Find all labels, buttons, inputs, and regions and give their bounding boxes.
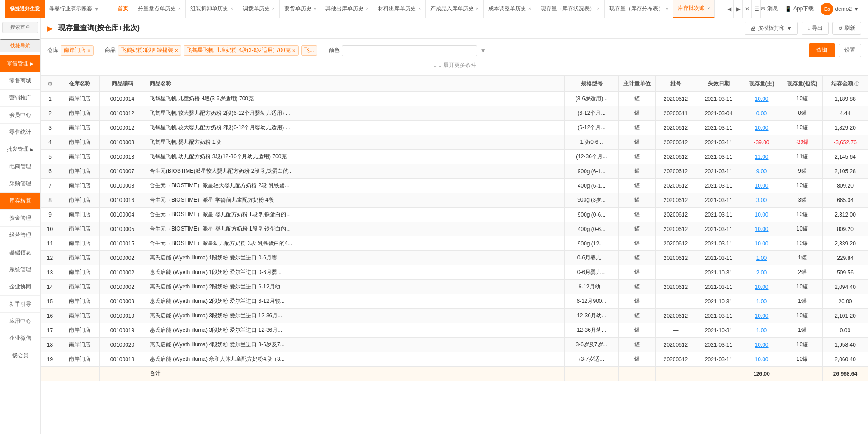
cell-stock-main[interactable]: 1.00	[741, 251, 782, 265]
goods-tag-more[interactable]: 飞...	[301, 45, 317, 56]
cell-amount: 0.00	[823, 323, 868, 338]
sidebar-item-finance[interactable]: 资金管理	[0, 210, 40, 227]
cell-stock-main[interactable]: 10.00	[741, 222, 782, 236]
sidebar-item-member[interactable]: 会员中心	[0, 107, 40, 124]
cell-amount: 1,829.20	[823, 121, 868, 135]
sidebar-item-retail[interactable]: 零售管理 ▶	[0, 55, 40, 72]
tab-dismantle-close[interactable]: ×	[231, 6, 233, 11]
cell-stock-main[interactable]: 11.00	[741, 150, 782, 164]
table-row: 9 南岸门店 00100004 合生元（BIOSTIME）派星 婴儿配方奶粉 1…	[41, 208, 868, 222]
sidebar-item-enterprise[interactable]: 企业协同	[0, 278, 40, 296]
cell-stock-pkg: 10罐	[782, 338, 823, 352]
export-btn[interactable]: ↓ 导出	[802, 22, 829, 35]
sidebar-item-system[interactable]: 系统管理	[0, 261, 40, 278]
template-print-btn[interactable]: 🖨 按模板打印 ▼	[745, 22, 798, 35]
cell-unit: 罐	[619, 222, 656, 236]
cell-stock-main[interactable]: 10.00	[741, 208, 782, 222]
tab-other-out[interactable]: 其他出库单历史 ×	[321, 0, 373, 18]
cell-stock-main[interactable]: 10.00	[741, 352, 782, 367]
tab-stock-status-close[interactable]: ×	[597, 6, 600, 11]
sidebar-item-purchase[interactable]: 采购管理	[0, 175, 40, 193]
search-menu-btn[interactable]: 搜索菜单	[2, 22, 38, 33]
sidebar-item-wholesale[interactable]: 批发管理 ▶	[0, 141, 40, 158]
sidebar-item-basic-label: 基础信息	[9, 249, 31, 255]
tab-split-close[interactable]: ×	[178, 6, 181, 11]
expand-filter-btn[interactable]: ▶	[47, 25, 52, 32]
tab-transfer-close[interactable]: ×	[272, 6, 275, 11]
tab-other-out-close[interactable]: ×	[366, 6, 368, 11]
cell-stock-main[interactable]: 10.00	[741, 280, 782, 294]
cell-stock-pkg: -39罐	[782, 135, 823, 150]
sidebar-item-inventory[interactable]: 库存核算	[0, 193, 40, 210]
cell-stock-main[interactable]: 10.00	[741, 309, 782, 323]
cell-stock-main[interactable]: 10.00	[741, 179, 782, 193]
tab-stock-dist-close[interactable]: ×	[666, 6, 669, 11]
tab-product-in[interactable]: 产成品入库单历史 ×	[426, 0, 484, 18]
sidebar-item-member2[interactable]: 畅会员	[0, 347, 40, 364]
goods-tag-2-remove[interactable]: ×	[292, 47, 296, 54]
tab-prev-btn[interactable]: ◀	[725, 0, 734, 18]
tab-cost-adjust-close[interactable]: ×	[528, 6, 531, 11]
sidebar-item-guide[interactable]: 新手引导	[0, 296, 40, 313]
tab-material-out[interactable]: 材料出库单历史 ×	[373, 0, 426, 18]
cell-stock-main[interactable]: 0.00	[741, 106, 782, 121]
sidebar-item-apps[interactable]: 应用中心	[0, 313, 40, 330]
shortcut-nav-btn[interactable]: 快捷导航	[0, 39, 40, 52]
sidebar-item-enterprise-wx[interactable]: 企业微信	[0, 330, 40, 347]
tab-stock-dist[interactable]: 现存量（库存分布表） ×	[605, 0, 674, 18]
cell-stock-main[interactable]: 10.00	[741, 121, 782, 135]
cell-serial: 3	[41, 121, 59, 135]
expand-more-btn[interactable]: ⌄⌄ 展开更多条件	[47, 60, 861, 71]
tab-borrow[interactable]: 要货单历史 ×	[280, 0, 321, 18]
cell-amount: 2,145.64	[823, 150, 868, 164]
cell-stock-main[interactable]: 10.00	[741, 92, 782, 106]
sidebar-item-basic[interactable]: 基础信息	[0, 244, 40, 261]
summary-empty-7	[696, 367, 741, 381]
tab-dismantle[interactable]: 组装拆卸单历史 ×	[186, 0, 238, 18]
user-menu[interactable]: Ea demo2 ▼	[821, 3, 859, 15]
cell-stock-main[interactable]: 2.00	[741, 265, 782, 280]
tab-home[interactable]: 首页	[113, 0, 133, 18]
tab-split-inventory[interactable]: 分量盘点单历史 ×	[133, 0, 186, 18]
tab-menu-btn[interactable]: ☰	[752, 0, 761, 18]
sidebar-item-marketing[interactable]: 营销推广	[0, 90, 40, 107]
tab-borrow-close[interactable]: ×	[314, 6, 316, 11]
cell-stock-main[interactable]: 10.00	[741, 236, 782, 251]
messages-label: 消息	[767, 5, 778, 13]
cell-stock-main[interactable]: 1.00	[741, 323, 782, 338]
tab-cost-adjust[interactable]: 成本调整单历史 ×	[484, 0, 536, 18]
user-avatar: Ea	[821, 3, 833, 15]
warehouse-more-btn[interactable]: ...	[96, 47, 100, 54]
cell-stock-main[interactable]: 1.00	[741, 294, 782, 309]
tab-close-btn[interactable]: ✕	[743, 0, 752, 18]
tab-next-btn[interactable]: ▶	[734, 0, 743, 18]
settings-btn[interactable]: 设置	[839, 44, 861, 57]
sidebar-item-retail-stats[interactable]: 零售统计	[0, 124, 40, 141]
sidebar-item-operation[interactable]: 经营管理	[0, 227, 40, 244]
tab-product-in-close[interactable]: ×	[476, 6, 479, 11]
goods-more-btn[interactable]: ...	[320, 47, 324, 54]
warehouse-tag-remove[interactable]: ×	[87, 47, 90, 54]
app-download-btn[interactable]: 📱 App下载	[785, 5, 814, 13]
tab-stock-batch-close[interactable]: ×	[707, 6, 710, 11]
color-input[interactable]	[342, 45, 477, 56]
summary-empty-6	[656, 367, 696, 381]
tab-transfer[interactable]: 调拨单历史 ×	[238, 0, 280, 18]
tab-material-out-close[interactable]: ×	[418, 6, 421, 11]
table-settings-icon[interactable]: ⚙	[47, 81, 52, 87]
messages-btn[interactable]: ✉ 消息	[761, 5, 778, 13]
cell-warehouse: 南岸门店	[59, 106, 100, 121]
tab-stock-batch[interactable]: 库存批次账 ×	[673, 0, 715, 18]
cell-stock-main[interactable]: 10.00	[741, 338, 782, 352]
tab-stock-status[interactable]: 现存量（库存状况表） ×	[536, 0, 605, 18]
cell-stock-main[interactable]: -39.00	[741, 135, 782, 150]
cell-spec: 6-12月900...	[565, 294, 619, 309]
query-btn[interactable]: 查询	[809, 43, 835, 57]
sidebar-item-retail-shop[interactable]: 零售商城	[0, 72, 40, 90]
goods-tag-1-remove[interactable]: ×	[175, 47, 178, 54]
cell-stock-main[interactable]: 9.00	[741, 164, 782, 179]
refresh-btn[interactable]: ↺ 刷新	[832, 22, 861, 35]
account-selector[interactable]: 母婴行业演示账套 ▼	[45, 5, 113, 13]
sidebar-item-ecommerce[interactable]: 电商管理	[0, 158, 40, 175]
cell-stock-main[interactable]: 3.00	[741, 193, 782, 208]
